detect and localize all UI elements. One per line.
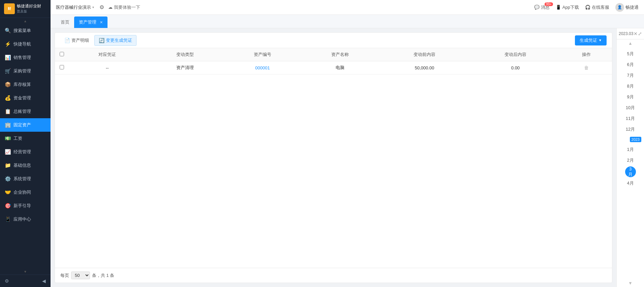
topbar: 医疗器械行业演示 ▾ ⚙ ☁ 我要体验一下 💬 消息 99+ 📱 App下载 🎧… [51, 0, 644, 15]
sidebar-item-search[interactable]: 🔍 搜索菜单 [0, 24, 51, 37]
sidebar-item-quick-nav[interactable]: ⚡ 快捷导航 [0, 37, 51, 51]
logo-icon: 财 [4, 3, 15, 14]
search-icon: 🔍 [5, 28, 11, 34]
col-asset-name: 资产名称 [301, 48, 379, 61]
dropdown-arrow-icon: ▼ [599, 38, 602, 42]
calendar-panel-header: 2023.03 ✕ ⤢ [617, 28, 644, 39]
calendar-month-item[interactable]: 9月 [617, 92, 644, 102]
calendar-month-item[interactable]: 7月 [617, 70, 644, 81]
content-wrapper: 📄 资产明细 🔄 变更生成凭证 生成凭证 ▼ [51, 28, 644, 287]
col-before-change: 变动前内容 [379, 48, 470, 61]
calendar-month-list: 5月6月7月8月9月10月11月12月20231月2月3月4月 [617, 47, 644, 279]
row-change-type: 资产清理 [146, 61, 223, 74]
quick-nav-icon: ⚡ [5, 41, 11, 47]
inventory-icon: 📦 [5, 82, 11, 88]
row-operation: 🗑 [561, 61, 612, 74]
col-asset-code: 资产编号 [224, 48, 301, 61]
sidebar-item-sales[interactable]: 📊 销售管理 [0, 51, 51, 64]
settings-icon[interactable]: ⚙ [5, 278, 9, 284]
sidebar-item-ledger[interactable]: 📋 总账管理 [0, 105, 51, 118]
col-voucher: 对应凭证 [68, 48, 146, 61]
asset-detail-icon: 📄 [64, 38, 70, 43]
sidebar-item-basics[interactable]: 📁 基础信息 [0, 159, 51, 172]
calendar-prev-button[interactable]: ▲ [617, 39, 644, 47]
sidebar-item-payroll[interactable]: 💵 工资 [0, 132, 51, 145]
sidebar-item-fixed-assets[interactable]: 🏢 固定资产 [0, 118, 51, 132]
row-voucher: -- [68, 61, 146, 74]
app-subtitle: 普及版 [17, 9, 41, 14]
delete-row-button[interactable]: 🗑 [584, 65, 589, 70]
tab-asset-management[interactable]: 资产管理 ✕ [74, 17, 108, 28]
sidebar-item-system[interactable]: ⚙️ 系统管理 [0, 172, 51, 186]
row-checkbox[interactable] [60, 65, 64, 69]
per-page-label: 每页 [60, 273, 69, 279]
row-checkbox-cell [55, 61, 68, 74]
sidebar-item-purchase[interactable]: 🛒 采购管理 [0, 64, 51, 78]
calendar-month-item[interactable]: 10月 [617, 102, 644, 113]
calendar-month-item[interactable]: 6月 [617, 59, 644, 70]
table-container: 对应凭证 变动类型 资产编号 资产名称 变动前内容 变动后内容 操作 -- [55, 48, 612, 268]
calendar-month-item[interactable]: 4月 [617, 178, 644, 189]
close-tab-icon[interactable]: ✕ [100, 20, 103, 24]
sidebar-scroll-up[interactable]: ▲ [0, 18, 51, 24]
user-icon: 👤 [617, 5, 622, 9]
chevron-down-icon: ▾ [92, 5, 94, 9]
tab-home[interactable]: 首页 [56, 17, 74, 28]
nav-tabs: 首页 资产管理 ✕ [51, 15, 644, 28]
calendar-expand-button[interactable]: ⤢ [638, 31, 642, 36]
calendar-close-button[interactable]: ✕ [634, 31, 638, 36]
ledger-icon: 📋 [5, 108, 11, 115]
customer-service-button[interactable]: 🎧 在线客服 [585, 4, 609, 10]
col-change-type: 变动类型 [146, 48, 223, 61]
app-title: 畅捷通好业财 [17, 4, 41, 9]
select-all-header [55, 48, 68, 61]
calendar-month-item[interactable]: 2月 [617, 155, 644, 166]
guide-icon: 🎯 [5, 203, 11, 209]
company-selector[interactable]: 医疗器械行业演示 ▾ [56, 4, 94, 10]
total-label: 条，共 1 条 [92, 273, 114, 279]
topbar-settings-icon[interactable]: ⚙ [99, 4, 104, 10]
sidebar-item-guide[interactable]: 🎯 新手引导 [0, 199, 51, 213]
calendar-panel: 2023.03 ✕ ⤢ ▲ 5月6月7月8月9月10月11月12月20231月2… [616, 28, 644, 287]
message-button[interactable]: 💬 消息 99+ [534, 4, 550, 10]
calendar-year-badge: 2023 [617, 135, 644, 144]
feedback-button[interactable]: ☁ 我要体验一下 [108, 4, 140, 10]
sub-tab-change-voucher[interactable]: 🔄 变更生成凭证 [94, 35, 136, 46]
collapse-sidebar-button[interactable]: ◀ [42, 278, 46, 284]
collaboration-icon: 🤝 [5, 189, 11, 195]
calendar-month-item[interactable]: 8月 [617, 81, 644, 92]
headset-icon: 🎧 [585, 5, 590, 10]
calendar-month-item[interactable]: 5月 [617, 49, 644, 59]
fixed-assets-icon: 🏢 [5, 122, 11, 128]
sidebar-item-appstore[interactable]: 📱 应用中心 [0, 213, 51, 226]
main-area: 医疗器械行业演示 ▾ ⚙ ☁ 我要体验一下 💬 消息 99+ 📱 App下载 🎧… [51, 0, 644, 287]
sidebar-item-operations[interactable]: 📈 经营管理 [0, 145, 51, 159]
operations-icon: 📈 [5, 149, 11, 155]
company-name: 医疗器械行业演示 [56, 4, 91, 10]
sidebar: 财 畅捷通好业财 普及版 ▲ 🔍 搜索菜单 ⚡ 快捷导航 📊 销售管理 🛒 采购… [0, 0, 51, 287]
sales-icon: 📊 [5, 55, 11, 61]
calendar-next-button[interactable]: ▼ [617, 279, 644, 287]
page-size-select[interactable]: 102050100 [71, 272, 90, 279]
sidebar-item-inventory[interactable]: 📦 库存核算 [0, 78, 51, 91]
app-download-button[interactable]: 📱 App下载 [556, 4, 579, 10]
sidebar-item-funds[interactable]: 💰 资金管理 [0, 91, 51, 105]
generate-voucher-button[interactable]: 生成凭证 ▼ [575, 35, 607, 45]
calendar-month-item[interactable]: 12月 [617, 124, 644, 135]
calendar-month-item[interactable]: 3月 [625, 166, 636, 177]
sidebar-item-collaboration[interactable]: 🤝 企业协同 [0, 186, 51, 199]
change-voucher-icon: 🔄 [99, 38, 104, 43]
row-asset-name: 电脑 [301, 61, 379, 74]
content-main: 📄 资产明细 🔄 变更生成凭证 生成凭证 ▼ [55, 32, 612, 283]
message-icon: 💬 [534, 5, 540, 10]
system-icon: ⚙️ [5, 176, 11, 182]
calendar-month-item[interactable]: 1月 [617, 144, 644, 155]
sub-tab-asset-detail[interactable]: 📄 资产明细 [60, 35, 93, 45]
calendar-month-item[interactable]: 11月 [617, 113, 644, 124]
sidebar-scroll-down[interactable]: ▼ [0, 268, 51, 275]
user-menu[interactable]: 👤 畅捷通 [615, 3, 639, 12]
table-row: -- 资产清理 000001 电脑 50,000.00 0.00 🗑 [55, 61, 612, 74]
appstore-icon: 📱 [5, 216, 11, 222]
asset-change-table: 对应凭证 变动类型 资产编号 资产名称 变动前内容 变动后内容 操作 -- [55, 48, 612, 74]
select-all-checkbox[interactable] [60, 52, 64, 56]
